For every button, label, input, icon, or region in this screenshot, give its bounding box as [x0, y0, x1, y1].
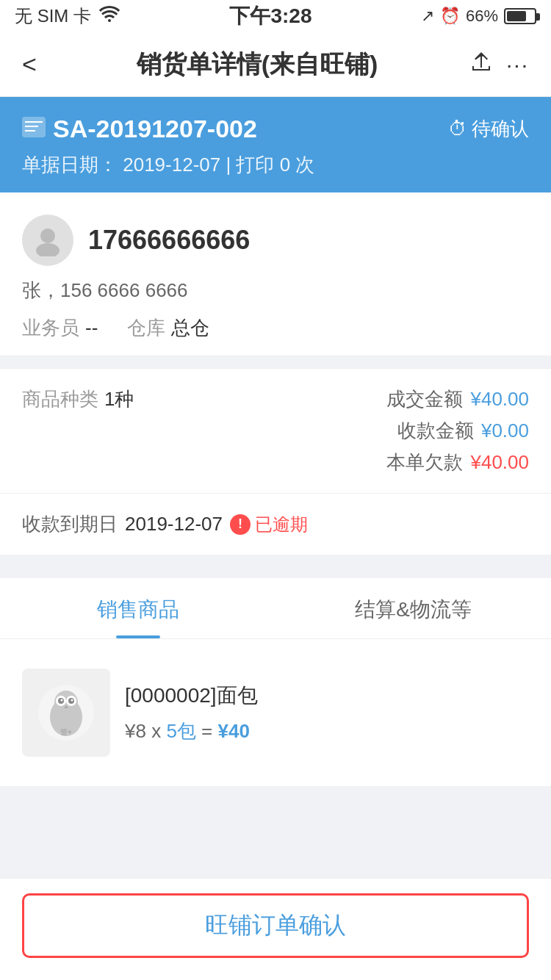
overdue-text: 已逾期: [255, 513, 308, 536]
product-name: [0000002]面包: [125, 682, 529, 710]
avatar: [22, 215, 73, 266]
product-info: [0000002]面包 ¥8 x 5包 = ¥40: [125, 682, 529, 744]
back-button[interactable]: <: [22, 50, 59, 79]
date-label: 单据日期：: [22, 154, 118, 176]
confirm-order-button[interactable]: 旺铺订单确认: [22, 893, 529, 958]
sales-item: 业务员 --: [22, 315, 98, 341]
amount-label-0: 成交金额: [386, 386, 463, 412]
warehouse-item: 仓库 总仓: [127, 315, 209, 341]
tab-settlement[interactable]: 结算&物流等: [276, 578, 551, 638]
svg-point-5: [36, 243, 60, 256]
location-icon: ↗: [421, 7, 434, 26]
nav-actions: ···: [455, 51, 529, 77]
product-list: 管+ [0000002]面包 ¥8 x 5包 = ¥40: [0, 639, 551, 786]
price-qty: 5包: [166, 720, 195, 742]
price-total: ¥40: [217, 720, 249, 742]
warehouse-label: 仓库: [127, 315, 165, 341]
clock-icon: ⏱: [448, 118, 467, 140]
sales-value: --: [85, 317, 98, 339]
svg-rect-2: [25, 126, 38, 127]
amount-row-0: 成交金额 ¥40.00: [386, 386, 529, 412]
product-type: 商品种类 1种: [22, 386, 134, 412]
more-icon[interactable]: ···: [506, 52, 529, 77]
amount-label-1: 收款金额: [397, 418, 474, 444]
status-left: 无 SIM 卡: [15, 4, 120, 28]
status-right: ↗ ⏰ 66%: [421, 7, 536, 26]
amount-row-1: 收款金额 ¥0.00: [397, 418, 529, 444]
product-price: ¥8 x 5包 = ¥40: [125, 718, 529, 744]
tab-sales-products[interactable]: 销售商品: [0, 578, 276, 638]
order-status: ⏱ 待确认: [448, 116, 529, 142]
svg-rect-1: [25, 121, 43, 123]
sales-label: 业务员: [22, 315, 79, 341]
order-date-row: 单据日期： 2019-12-07 | 打印 0 次: [22, 152, 529, 178]
nav-bar: < 销货单详情(来自旺铺) ···: [0, 32, 551, 97]
svg-text:管+: 管+: [60, 728, 72, 736]
customer-name: 张，156 6666 6666: [22, 278, 529, 303]
status-time: 下午3:28: [229, 2, 311, 30]
price-per-unit: ¥8 x: [125, 720, 166, 742]
tab-label-0: 销售商品: [97, 598, 179, 621]
summary-section: 商品种类 1种 成交金额 ¥40.00 收款金额 ¥0.00 本单欠款 ¥40.…: [0, 368, 551, 493]
amount-row-2: 本单欠款 ¥40.00: [386, 450, 529, 475]
amount-value-2: ¥40.00: [470, 451, 529, 474]
order-icon: [22, 115, 46, 143]
order-id: SA-20191207-002: [22, 115, 257, 143]
divider-1: [0, 356, 551, 356]
overdue-icon: !: [230, 514, 251, 535]
carrier-text: 无 SIM 卡: [15, 4, 91, 28]
battery-icon: [504, 8, 536, 24]
customer-meta: 业务员 -- 仓库 总仓: [22, 315, 529, 341]
alarm-icon: ⏰: [440, 7, 460, 26]
status-bar: 无 SIM 卡 下午3:28 ↗ ⏰ 66%: [0, 0, 551, 32]
amounts: 成交金额 ¥40.00 收款金额 ¥0.00 本单欠款 ¥40.00: [386, 386, 529, 475]
product-thumbnail: 管+: [22, 669, 110, 757]
amount-label-2: 本单欠款: [386, 450, 463, 475]
product-thumb-image: 管+: [22, 669, 110, 757]
amount-value-0: ¥40.00: [470, 388, 529, 411]
divider-2: [0, 555, 551, 566]
customer-section: 17666666666 张，156 6666 6666 业务员 -- 仓库 总仓: [0, 192, 551, 356]
svg-rect-3: [25, 130, 35, 131]
product-item-0: 管+ [0000002]面包 ¥8 x 5包 = ¥40: [22, 654, 529, 771]
share-icon[interactable]: [471, 51, 491, 77]
order-date: 2019-12-07: [123, 154, 220, 176]
tabs-header: 销售商品 结算&物流等: [0, 578, 551, 639]
wifi-icon: [98, 6, 120, 26]
status-text: 待确认: [472, 116, 529, 142]
order-id-text: SA-20191207-002: [53, 115, 257, 143]
tab-label-1: 结算&物流等: [355, 598, 472, 621]
product-type-value: 1种: [104, 386, 134, 412]
warehouse-value: 总仓: [171, 315, 209, 341]
page-title: 销货单详情(来自旺铺): [59, 48, 455, 82]
product-type-label: 商品种类: [22, 386, 98, 412]
svg-point-4: [40, 228, 55, 243]
due-label: 收款到期日: [22, 511, 118, 537]
svg-point-14: [71, 699, 73, 702]
overdue-badge: ! 已逾期: [230, 513, 308, 536]
tabs-section: 销售商品 结算&物流等: [0, 578, 551, 786]
order-header: SA-20191207-002 ⏱ 待确认 单据日期： 2019-12-07 |…: [0, 97, 551, 192]
battery-percent: 66%: [466, 7, 498, 26]
due-section: 收款到期日 2019-12-07 ! 已逾期: [0, 493, 551, 555]
customer-phone: 17666666666: [88, 225, 250, 256]
svg-point-11: [61, 699, 63, 702]
amount-value-1: ¥0.00: [481, 419, 529, 442]
bottom-area: 旺铺订单确认: [0, 878, 551, 980]
due-date: 2019-12-07: [125, 513, 223, 536]
equals-sign: =: [196, 720, 218, 742]
print-info: | 打印 0 次: [226, 154, 314, 176]
